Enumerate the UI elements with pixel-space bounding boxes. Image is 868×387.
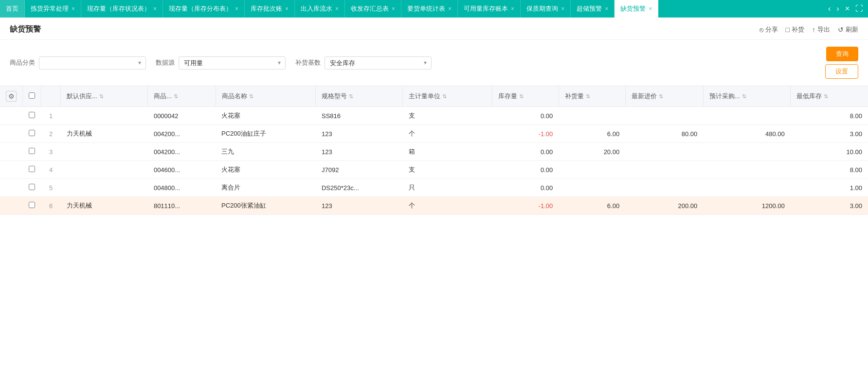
nav-tab-home[interactable]: 首页	[0, 0, 25, 18]
td-spec: 123	[316, 143, 403, 161]
nav-tab-inout-flow[interactable]: 出入库流水×	[295, 0, 345, 18]
td-unit: 支	[403, 107, 492, 125]
nav-close-btn[interactable]: ×	[842, 0, 852, 18]
td-min-stock: 3.00	[791, 125, 868, 143]
category-select-wrapper	[39, 56, 146, 70]
query-button[interactable]: 查询	[826, 47, 858, 61]
th-product-code[interactable]: 商品...⇅	[148, 86, 216, 107]
td-supplier	[61, 143, 148, 161]
row-checkbox[interactable]	[29, 130, 35, 136]
share-button[interactable]: ⎋ 分享	[760, 25, 778, 34]
th-settings[interactable]: ⚙	[0, 86, 23, 107]
nav-tab-close-inventory-status[interactable]: ×	[153, 5, 157, 12]
td-latest-price: 80.00	[625, 125, 703, 143]
nav-tab-order-stat[interactable]: 要货单统计表×	[401, 0, 458, 18]
row-checkbox[interactable]	[29, 166, 35, 172]
row-checkbox[interactable]	[29, 184, 35, 190]
td-est-purchase	[703, 107, 790, 125]
th-product-name[interactable]: 商品名称⇅	[216, 86, 316, 107]
refresh-button[interactable]: ↺ 刷新	[838, 25, 858, 34]
td-latest-price	[625, 107, 703, 125]
td-min-stock: 8.00	[791, 107, 868, 125]
nav-tab-overstock[interactable]: 超储预警×	[571, 0, 615, 18]
select-all-checkbox[interactable]	[29, 92, 35, 99]
td-check	[23, 197, 41, 215]
replenish-base-filter-group: 补货基数 安全库存 最低库存	[295, 56, 432, 70]
td-unit: 箱	[403, 143, 492, 161]
td-product-code: 004200...	[148, 125, 216, 143]
refresh-icon: ↺	[838, 26, 844, 34]
share-label: 分享	[765, 25, 778, 34]
page-content: 缺货预警 ⎋ 分享 □ 补货 ↑ 导出 ↺ 刷新 商品分类	[0, 18, 868, 387]
td-spec: DS250*23c...	[316, 179, 403, 197]
nav-prev-btn[interactable]: ‹	[825, 0, 833, 18]
td-row-num: 6	[41, 197, 61, 215]
th-min-stock[interactable]: 最低库存⇅	[791, 86, 868, 107]
settings-button[interactable]: 设置	[825, 64, 858, 79]
td-product-name: 三九	[216, 143, 316, 161]
td-product-code: 004600...	[148, 161, 216, 179]
th-unit[interactable]: 主计量单位⇅	[403, 86, 492, 107]
column-settings-icon[interactable]: ⚙	[6, 91, 17, 102]
nav-tab-close-inventory-dist[interactable]: ×	[235, 5, 238, 12]
datasource-label: 数据源	[156, 58, 175, 67]
nav-tab-batch-account[interactable]: 库存批次账×	[245, 0, 295, 18]
datasource-select[interactable]: 可用量 库存量	[179, 56, 286, 70]
td-latest-price	[625, 161, 703, 179]
nav-tab-close-avail-ledger[interactable]: ×	[511, 5, 514, 12]
td-latest-price: 200.00	[625, 197, 703, 215]
row-checkbox[interactable]	[29, 148, 35, 154]
nav-tab-inventory-status[interactable]: 现存量（库存状况表）×	[81, 0, 163, 18]
replenish-base-select[interactable]: 安全库存 最低库存	[325, 56, 432, 70]
td-product-name: 火花塞	[216, 107, 316, 125]
th-spec[interactable]: 规格型号⇅	[316, 86, 403, 107]
nav-tab-expiry[interactable]: 保质期查询×	[521, 0, 571, 18]
td-replenish-qty: 6.00	[559, 197, 625, 215]
th-latest-price[interactable]: 最新进价⇅	[625, 86, 703, 107]
nav-tab-inventory-dist[interactable]: 现存量（库存分布表）×	[163, 0, 245, 18]
td-stock-qty: -1.00	[492, 197, 559, 215]
td-row-num: 4	[41, 161, 61, 179]
export-button[interactable]: ↑ 导出	[812, 25, 830, 34]
th-check[interactable]	[23, 86, 41, 107]
nav-tab-close-expiry[interactable]: ×	[561, 5, 564, 12]
category-filter-group: 商品分类	[10, 56, 146, 70]
th-est-purchase[interactable]: 预计采购...⇅	[703, 86, 790, 107]
nav-tab-close-overstock[interactable]: ×	[605, 5, 608, 12]
td-min-stock: 1.00	[791, 179, 868, 197]
datasource-filter-group: 数据源 可用量 库存量	[156, 56, 286, 70]
category-select[interactable]	[39, 56, 146, 70]
td-spec: 123	[316, 197, 403, 215]
th-stock-qty[interactable]: 库存量⇅	[492, 86, 559, 107]
td-spec: J7092	[316, 161, 403, 179]
export-label: 导出	[817, 25, 830, 34]
nav-tab-close-order-stat[interactable]: ×	[448, 5, 452, 12]
nav-tab-close-inout-flow[interactable]: ×	[335, 5, 339, 12]
nav-tab-shortage[interactable]: 缺货预警×	[615, 0, 658, 18]
nav-tab-abnormal[interactable]: 拣货异常处理×	[25, 0, 81, 18]
td-row-num: 2	[41, 125, 61, 143]
nav-tab-recv-summary[interactable]: 收发存汇总表×	[345, 0, 401, 18]
data-table: ⚙ 默认供应...⇅ 商品...⇅ 商品名称⇅ 规格型号⇅ 主计量单位⇅ 库存量…	[0, 86, 868, 215]
nav-tab-close-abnormal[interactable]: ×	[72, 5, 75, 12]
td-settings	[0, 143, 23, 161]
th-default-supplier[interactable]: 默认供应...⇅	[61, 86, 148, 107]
table-row: 3004200...三九123箱0.0020.0010.00	[0, 143, 868, 161]
nav-fullscreen-btn[interactable]: ⛶	[852, 0, 866, 18]
nav-next-btn[interactable]: ›	[833, 0, 842, 18]
td-est-purchase: 480.00	[703, 125, 790, 143]
table-row: 5004800...离合片DS250*23c...只0.001.00	[0, 179, 868, 197]
refresh-label: 刷新	[846, 25, 858, 34]
td-product-code: 0000042	[148, 107, 216, 125]
nav-tab-avail-ledger[interactable]: 可用量库存账本×	[458, 0, 521, 18]
replenish-label: 补货	[792, 25, 804, 34]
nav-tab-close-shortage[interactable]: ×	[649, 5, 652, 12]
nav-tab-close-recv-summary[interactable]: ×	[392, 5, 395, 12]
row-checkbox[interactable]	[29, 202, 35, 208]
th-replenish-qty[interactable]: 补货量⇅	[559, 86, 625, 107]
replenish-button[interactable]: □ 补货	[786, 25, 804, 34]
nav-controls: ‹ › × ⛶	[825, 0, 868, 18]
nav-tab-close-batch-account[interactable]: ×	[285, 5, 289, 12]
row-checkbox[interactable]	[29, 112, 35, 118]
td-replenish-qty: 6.00	[559, 125, 625, 143]
